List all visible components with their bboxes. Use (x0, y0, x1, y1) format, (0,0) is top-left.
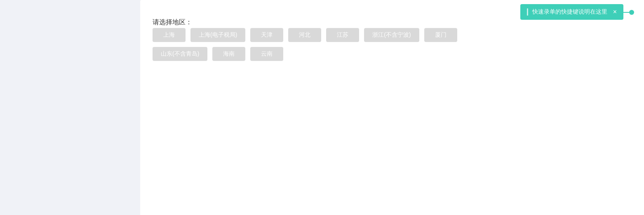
region-btn-yunnan[interactable]: 云南 (250, 47, 283, 61)
region-label: 请选择地区： (153, 18, 192, 27)
tooltip-border-left (527, 8, 528, 16)
region-buttons: 上海 上海(电子税局) 天津 河北 江苏 浙江(不含宁波) 厦门 山东(不含青岛… (153, 28, 524, 61)
region-btn-xiamen[interactable]: 厦门 (424, 28, 457, 42)
region-btn-shandong[interactable]: 山东(不含青岛) (153, 47, 207, 61)
tooltip-text: 快速录单的快捷键说明在这里 (532, 8, 607, 16)
tooltip-close-button[interactable]: × (613, 8, 617, 16)
region-btn-hebei[interactable]: 河北 (288, 28, 321, 42)
region-btn-hainan[interactable]: 海南 (212, 47, 245, 61)
tooltip-dot (629, 10, 634, 15)
region-btn-shanghai-etax[interactable]: 上海(电子税局) (190, 28, 245, 42)
region-btn-tianjin[interactable]: 天津 (250, 28, 283, 42)
tooltip-connector-line (623, 12, 629, 13)
region-row-1: 上海 上海(电子税局) 天津 河北 江苏 浙江(不含宁波) 厦门 (153, 28, 524, 42)
region-btn-jiangsu[interactable]: 江苏 (326, 28, 359, 42)
region-row-2: 山东(不含青岛) 海南 云南 (153, 47, 524, 61)
tooltip-banner: 快速录单的快捷键说明在这里 × (520, 4, 623, 20)
sidebar (0, 0, 140, 215)
main-content: 请选择地区： 上海 上海(电子税局) 天津 河北 江苏 浙江(不含宁波) 厦门 … (140, 0, 644, 215)
region-btn-shanghai[interactable]: 上海 (153, 28, 186, 42)
region-btn-zhejiang[interactable]: 浙江(不含宁波) (364, 28, 419, 42)
